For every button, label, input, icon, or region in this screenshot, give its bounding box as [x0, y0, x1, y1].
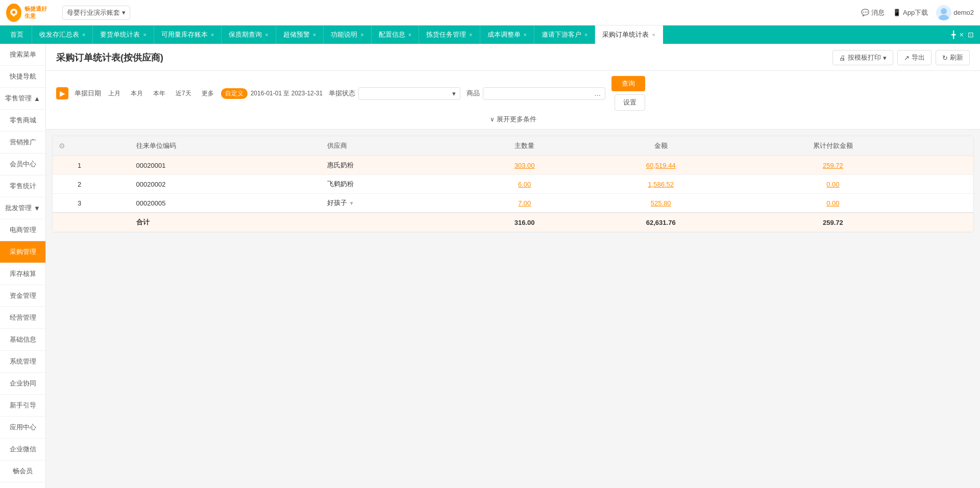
tab-expiry-query[interactable]: 保质期查询 ×	[222, 25, 276, 44]
row3-paid-amount[interactable]: 0.00	[738, 194, 928, 213]
tab-function-desc-close[interactable]: ×	[360, 32, 363, 38]
messages-btn[interactable]: 💬 消息	[861, 8, 885, 17]
sidebar-item-retail-shop[interactable]: 零售商城	[0, 110, 45, 132]
shortcut-this-year[interactable]: 本年	[149, 88, 169, 99]
tab-purchase-order-stats[interactable]: 采购订单统计表 ×	[595, 25, 663, 44]
tab-usable-stock[interactable]: 可用量库存账本 ×	[154, 25, 222, 44]
tab-home[interactable]: 首页	[2, 25, 32, 44]
tab-collect-pay-close[interactable]: ×	[82, 32, 85, 38]
tab-collect-pay[interactable]: 收发存汇总表 ×	[32, 25, 93, 44]
logo-icon	[6, 4, 21, 22]
tab-function-desc[interactable]: 功能说明 ×	[324, 25, 371, 44]
shortcut-7days[interactable]: 近7天	[172, 88, 195, 99]
row2-paid-amount[interactable]: 0.00	[738, 175, 928, 194]
tab-close-icon[interactable]: ×	[960, 31, 964, 39]
footer-amount: 62,631.76	[584, 213, 738, 232]
tab-minimize-icon[interactable]: ╋	[951, 31, 955, 39]
sidebar-item-basic-info[interactable]: 基础信息	[0, 329, 45, 351]
tab-cost-adjust[interactable]: 成本调整单 ×	[480, 25, 534, 44]
tab-pick-task[interactable]: 拣货任务管理 ×	[419, 25, 480, 44]
date-label: 单据日期	[75, 89, 101, 98]
sidebar-item-purchase-mgmt[interactable]: 采购管理	[0, 241, 45, 263]
footer-index	[71, 213, 130, 232]
sidebar-item-ops-mgmt[interactable]: 经营管理	[0, 307, 45, 329]
dropdown-icon: ▾	[883, 54, 887, 62]
row1-paid-amount[interactable]: 259.72	[738, 156, 928, 175]
sidebar-item-new-guide[interactable]: 新手引导	[0, 395, 45, 417]
user-avatar[interactable]: demo2	[936, 5, 974, 20]
tab-purchase-stats[interactable]: 要货单统计表 ×	[93, 25, 154, 44]
tab-config-info[interactable]: 配置信息 ×	[372, 25, 419, 44]
shortcut-this-month[interactable]: 本月	[127, 88, 147, 99]
row3-main-qty[interactable]: 7.00	[465, 194, 584, 213]
tab-function-desc-label: 功能说明	[331, 30, 357, 39]
tab-usable-stock-close[interactable]: ×	[211, 32, 214, 38]
page-actions: 🖨 按模板打印 ▾ ↗ 导出 ↻ 刷新	[832, 50, 970, 65]
col-extra	[928, 136, 973, 156]
shortcut-last-month[interactable]: 上月	[104, 88, 125, 99]
sidebar-item-retail-stats[interactable]: 零售统计	[0, 175, 45, 197]
app-download-btn[interactable]: 📱 App下载	[893, 8, 928, 17]
export-btn[interactable]: ↗ 导出	[897, 50, 932, 65]
sidebar-item-retail-mgmt[interactable]: 零售管理 ▲	[0, 88, 45, 110]
row1-amount[interactable]: 60,519.44	[584, 156, 738, 175]
tab-overstock-label: 超储预警	[283, 30, 310, 39]
tab-home-label: 首页	[10, 30, 23, 39]
sidebar-item-enterprise-collab[interactable]: 企业协同	[0, 373, 45, 395]
row1-extra	[928, 156, 973, 175]
date-custom-badge[interactable]: 自定义	[221, 88, 248, 99]
top-right-actions: 💬 消息 📱 App下载 demo2	[861, 5, 974, 20]
status-select[interactable]: ▾	[358, 87, 460, 100]
template-print-label: 按模板打印	[848, 53, 881, 62]
sidebar-item-marketing[interactable]: 营销推广	[0, 132, 45, 153]
tab-overstock[interactable]: 超储预警 ×	[276, 25, 324, 44]
sidebar-item-ecommerce[interactable]: 电商管理	[0, 219, 45, 241]
sidebar-item-member[interactable]: 畅会员	[0, 460, 45, 482]
goods-input[interactable]: …	[483, 87, 605, 100]
row3-index: 3	[71, 194, 130, 213]
goods-label: 商品	[467, 89, 480, 98]
row2-amount[interactable]: 1,586.52	[584, 175, 738, 194]
tab-invite-downstream-close[interactable]: ×	[584, 32, 587, 38]
expand-icon: ∨	[490, 116, 495, 123]
sidebar-item-app-center[interactable]: 应用中心	[0, 417, 45, 439]
expand-filters-btn[interactable]: ∨ 展开更多条件	[490, 115, 536, 124]
filter-row-2: ∨ 展开更多条件	[56, 115, 970, 124]
tab-expand-icon[interactable]: ⊡	[968, 31, 974, 39]
row2-main-qty[interactable]: 6.00	[465, 175, 584, 194]
row1-index: 1	[71, 156, 130, 175]
refresh-btn[interactable]: ↻ 刷新	[936, 50, 970, 65]
tab-overstock-close[interactable]: ×	[313, 32, 316, 38]
sidebar-item-search[interactable]: 搜索菜单	[0, 44, 45, 66]
tab-purchase-stats-close[interactable]: ×	[143, 32, 146, 38]
tab-pick-task-close[interactable]: ×	[469, 32, 472, 38]
page-title: 采购订单统计表(按供应商)	[56, 52, 163, 64]
tab-expiry-query-label: 保质期查询	[229, 30, 262, 39]
search-btn[interactable]: 查询	[611, 76, 645, 91]
row1-main-qty[interactable]: 303.00	[465, 156, 584, 175]
sidebar-item-wholesale-mgmt[interactable]: 批发管理 ▼	[0, 197, 45, 219]
tab-expiry-query-close[interactable]: ×	[265, 32, 268, 38]
sidebar-item-sys-mgmt[interactable]: 系统管理	[0, 351, 45, 373]
sidebar-item-member-center[interactable]: 会员中心	[0, 153, 45, 175]
tab-config-info-close[interactable]: ×	[408, 32, 411, 38]
template-print-btn[interactable]: 🖨 按模板打印 ▾	[832, 50, 893, 65]
sidebar-item-quick-nav[interactable]: 快捷导航	[0, 66, 45, 88]
toggle-filter-btn[interactable]: ▶	[56, 87, 68, 99]
sidebar-item-finance[interactable]: 资金管理	[0, 285, 45, 307]
tab-invite-downstream[interactable]: 邀请下游客户 ×	[534, 25, 595, 44]
row3-amount[interactable]: 525.80	[584, 194, 738, 213]
org-selector[interactable]: 母婴行业演示账套 ▾	[62, 6, 130, 20]
sidebar-item-enterprise-wechat[interactable]: 企业微信	[0, 439, 45, 460]
refresh-label: 刷新	[950, 53, 963, 62]
tab-purchase-order-stats-close[interactable]: ×	[652, 32, 655, 38]
status-filter-group: 单据状态 ▾	[329, 87, 460, 100]
data-table: ⚙ 往来单位编码 供应商 主数量 金额 累计付款金额 1	[53, 136, 973, 232]
col-settings-icon[interactable]: ⚙	[59, 142, 65, 150]
top-bar: 畅捷通好生意 母婴行业演示账套 ▾ 💬 消息 📱 App下载 demo2	[0, 0, 980, 25]
tab-cost-adjust-close[interactable]: ×	[524, 32, 527, 38]
shortcut-more[interactable]: 更多	[198, 88, 218, 99]
sidebar-item-inventory[interactable]: 库存核算	[0, 263, 45, 285]
tab-usable-stock-label: 可用量库存账本	[161, 30, 208, 39]
settings-btn[interactable]: 设置	[615, 94, 645, 111]
